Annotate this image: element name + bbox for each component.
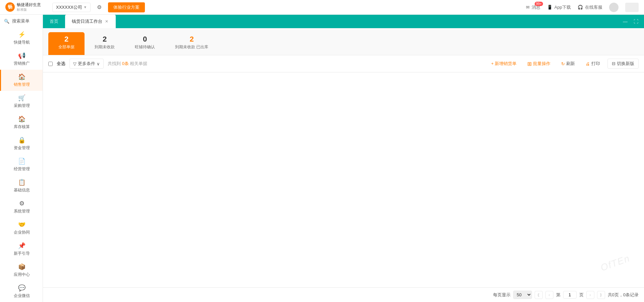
sidebar-label-app-center: 应用中心 <box>14 272 30 278</box>
trial-button[interactable]: 体验行业方案 <box>108 2 145 12</box>
filter-label: 更多条件 <box>78 61 95 67</box>
sidebar-item-system[interactable]: ⚙ 系统管理 <box>0 196 43 218</box>
stat-num-all: 2 <box>64 35 68 44</box>
online-service-action[interactable]: 🎧 在线客服 <box>578 4 602 10</box>
per-page-select[interactable]: 50 100 200 <box>513 291 532 299</box>
tab-bar: 首页 钱货日清工作台 ✕ — ⛶ <box>43 15 644 28</box>
sidebar-item-quick-nav[interactable]: ⚡ 快捷导航 <box>0 27 43 49</box>
print-label: 打印 <box>591 61 600 67</box>
finance-icon: 🔒 <box>18 136 25 144</box>
sidebar-item-wechat[interactable]: 💬 企业微信 <box>0 281 43 302</box>
sidebar-label-base-info: 基础信息 <box>14 187 30 193</box>
tab-home[interactable]: 首页 <box>43 15 65 28</box>
stat-tab-overdue-out[interactable]: 2 到期未收款 已出库 <box>165 32 218 55</box>
sidebar-item-guide[interactable]: 📌 新手引导 <box>0 239 43 260</box>
guide-icon: 📌 <box>18 242 25 249</box>
content-area: 首页 钱货日清工作台 ✕ — ⛶ 2 全部单据 2 到期未收款 <box>43 15 644 302</box>
operations-icon: 📄 <box>18 158 25 165</box>
found-text: 共找到 0条 相关单据 <box>108 61 147 67</box>
sidebar-item-sales[interactable]: 🏠 销售管理 <box>0 70 43 91</box>
sidebar-label-marketing: 营销推广 <box>14 61 30 66</box>
main-wrapper: 🔍 搜索菜单 ⚡ 快捷导航 📢 营销推广 🏠 销售管理 🛒 采购管理 🏠 库存核… <box>0 15 644 302</box>
stats-tabs: 2 全部单据 2 到期未收款 0 旺辅待确认 2 到期未收款 已出库 <box>43 28 644 55</box>
headset-icon: 🎧 <box>578 5 583 10</box>
page-suffix: 页 <box>579 292 584 298</box>
sidebar-item-marketing[interactable]: 📢 营销推广 <box>0 49 43 70</box>
sidebar-item-enterprise[interactable]: 🤝 企业协同 <box>0 218 43 239</box>
sidebar-label-purchase: 采购管理 <box>14 103 30 109</box>
purchase-icon: 🛒 <box>18 94 25 102</box>
tab-maximize-icon[interactable]: ⛶ <box>632 17 640 25</box>
stat-tab-all[interactable]: 2 全部单据 <box>48 32 85 55</box>
stat-num-overdue: 2 <box>103 35 107 44</box>
company-name: XXXXXX公司 <box>56 4 82 10</box>
sidebar-item-inventory[interactable]: 🏠 库存核算 <box>0 112 43 133</box>
select-all-checkbox[interactable] <box>48 62 53 66</box>
refresh-button[interactable]: ↻ 刷新 <box>558 59 578 68</box>
logo-name: 畅捷通好生意 <box>17 2 41 7</box>
logo-area: 畅 畅捷通好生意 标准版 <box>5 2 48 12</box>
tab-home-label: 首页 <box>50 18 58 24</box>
enterprise-icon: 🤝 <box>18 221 25 228</box>
stat-tab-overdue[interactable]: 2 到期未收款 <box>85 32 125 55</box>
logo-icon: 畅 <box>5 2 15 12</box>
switch-label: 切换新版 <box>617 61 634 66</box>
print-button[interactable]: 🖨 打印 <box>582 59 603 68</box>
sidebar-label-guide: 新手引导 <box>14 251 30 256</box>
switch-version-button[interactable]: ⊟ 切换新版 <box>607 59 639 69</box>
first-page-button[interactable]: ⟪ <box>535 291 543 299</box>
stat-num-overdue-out: 2 <box>190 35 194 44</box>
last-page-button[interactable]: ⟫ <box>597 291 605 299</box>
switch-icon: ⊟ <box>612 61 615 66</box>
quick-nav-icon: ⚡ <box>18 31 25 38</box>
tab-controls: — ⛶ <box>621 17 644 25</box>
tab-minimize-icon[interactable]: — <box>621 17 629 25</box>
message-badge: 99+ <box>535 2 543 6</box>
page-content: 2 全部单据 2 到期未收款 0 旺辅待确认 2 到期未收款 已出库 <box>43 28 644 302</box>
print-icon: 🖨 <box>586 61 590 66</box>
logo-version: 标准版 <box>17 7 41 12</box>
tab-cashflow[interactable]: 钱货日清工作台 ✕ <box>65 15 116 28</box>
sidebar-label-finance: 资金管理 <box>14 145 30 151</box>
table-area <box>43 72 644 287</box>
filter-button[interactable]: ▽ 更多条件 ∨ <box>69 59 104 69</box>
header-right: ✉ 消息 99+ 📱 App下载 🎧 在线客服 <box>526 3 639 12</box>
sidebar-item-purchase[interactable]: 🛒 采购管理 <box>0 91 43 112</box>
pagination: 每页显示 50 100 200 ⟪ ‹ 第 页 › ⟫ 共0页，0条记录 <box>43 287 644 302</box>
search-icon: 🔍 <box>4 19 9 24</box>
user-name-area[interactable] <box>625 3 639 12</box>
top-header: 畅 畅捷通好生意 标准版 XXXXXX公司 ▼ ⚙ 体验行业方案 ✉ 消息 99… <box>0 0 644 15</box>
sidebar-label-sales: 销售管理 <box>14 82 30 87</box>
sidebar-label-inventory: 库存核算 <box>14 124 30 130</box>
batch-operation-button[interactable]: ⊞ 批量操作 <box>524 59 554 69</box>
wechat-icon: 💬 <box>18 284 25 292</box>
company-selector[interactable]: XXXXXX公司 ▼ <box>52 3 91 12</box>
sidebar-item-base-info[interactable]: 📋 基础信息 <box>0 175 43 196</box>
sidebar-label-enterprise: 企业协同 <box>14 230 30 235</box>
sidebar: 🔍 搜索菜单 ⚡ 快捷导航 📢 营销推广 🏠 销售管理 🛒 采购管理 🏠 库存核… <box>0 15 43 302</box>
sales-icon: 🏠 <box>18 73 25 80</box>
stat-label-overdue-out: 到期未收款 已出库 <box>175 44 208 50</box>
app-download-icon: 📱 <box>547 5 552 10</box>
sidebar-item-finance[interactable]: 🔒 资金管理 <box>0 133 43 154</box>
next-page-button[interactable]: › <box>586 291 594 299</box>
system-icon: ⚙ <box>19 200 24 207</box>
toolbar: 全选 ▽ 更多条件 ∨ 共找到 0条 相关单据 + 新增销货单 ⊞ 批量操作 <box>43 55 644 72</box>
inventory-icon: 🏠 <box>18 115 25 123</box>
new-sales-button[interactable]: + 新增销货单 <box>488 59 520 68</box>
user-avatar[interactable] <box>609 3 619 12</box>
sidebar-item-app-center[interactable]: 📦 应用中心 <box>0 260 43 281</box>
tab-close-icon[interactable]: ✕ <box>104 19 109 24</box>
settings-icon[interactable]: ⚙ <box>95 3 104 12</box>
search-menu-label: 搜索菜单 <box>12 18 30 24</box>
message-action[interactable]: ✉ 消息 99+ <box>526 4 540 10</box>
stat-tab-wangwang[interactable]: 0 旺辅待确认 <box>125 32 165 55</box>
prev-page-button[interactable]: ‹ <box>545 291 553 299</box>
page-number-input[interactable] <box>563 291 577 299</box>
page-label: 第 <box>556 292 560 298</box>
stat-num-wangwang: 0 <box>143 35 147 44</box>
search-menu[interactable]: 🔍 搜索菜单 <box>0 15 43 27</box>
sidebar-item-operations[interactable]: 📄 经营管理 <box>0 154 43 175</box>
app-download-action[interactable]: 📱 App下载 <box>547 4 571 10</box>
filter-icon: ▽ <box>73 61 76 66</box>
